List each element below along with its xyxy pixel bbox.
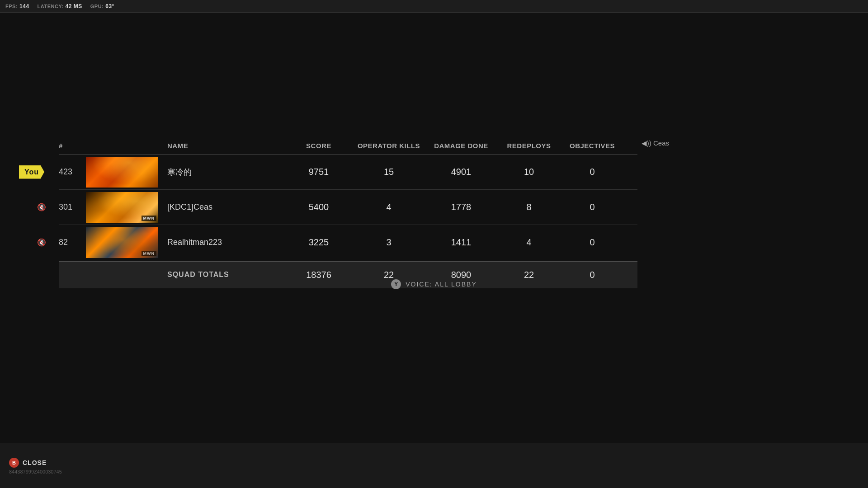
- ceas-voice-label: ◀)) Ceas: [642, 139, 669, 147]
- gpu-display: GPU: 63°: [90, 3, 114, 9]
- player-3-score: 3225: [309, 237, 329, 247]
- col-header-name: Name: [167, 142, 285, 150]
- player-2-avatar-container: MWN: [86, 192, 167, 223]
- b-button[interactable]: B: [9, 458, 19, 468]
- fps-value: 144: [19, 3, 29, 9]
- fps-label: FPS:: [5, 4, 18, 9]
- player-1-avatar-container: [86, 157, 167, 188]
- player-1-name: 寒冷的: [167, 168, 192, 177]
- player-2-score: 5400: [309, 202, 329, 212]
- table-header: # Name Score Operator Kills Damage Done …: [59, 139, 637, 155]
- player-3-kills: 3: [386, 237, 391, 247]
- gpu-value: 63°: [105, 3, 114, 9]
- player-row-3: 🔇 82 MWN Realhitman223 3225 3 1411: [59, 225, 637, 260]
- player-3-avatar-container: MWN: [86, 227, 167, 258]
- player-2-damage: 1778: [451, 202, 472, 212]
- player-1-kills: 15: [384, 167, 394, 177]
- totals-objectives: 0: [590, 270, 594, 280]
- player-3-redeploys: 4: [526, 237, 531, 247]
- player-2-redeploys: 8: [526, 202, 531, 212]
- player-2-avatar: MWN: [86, 192, 158, 223]
- session-id: 844387999Z400030745: [9, 469, 62, 474]
- voice-bar: Y VOICE: ALL LOBBY: [0, 279, 868, 289]
- col-header-rank: #: [59, 142, 86, 150]
- squad-totals-label: SQUAD TOTALS: [167, 271, 229, 278]
- player-1-avatar: [86, 157, 158, 188]
- player-3-objectives: 0: [590, 237, 594, 247]
- player-row-2: 🔇 301 MWN [KDC1]Ceas 5400 4 1778: [59, 190, 637, 225]
- totals-damage: 8090: [451, 270, 472, 280]
- y-button[interactable]: Y: [391, 279, 401, 289]
- col-header-redeploys: Redeploys: [497, 142, 561, 150]
- col-header-score: Score: [285, 142, 353, 150]
- player-1-redeploys: 10: [524, 167, 534, 177]
- player-1-rank: 423: [59, 167, 72, 176]
- speaker-icon-3: 🔇: [37, 238, 46, 247]
- fps-display: FPS: 144: [5, 3, 29, 9]
- close-bar: B CLOSE: [9, 458, 47, 468]
- col-header-damage: Damage Done: [425, 142, 497, 150]
- player-2-rank: 301: [59, 202, 72, 211]
- totals-kills: 22: [384, 270, 394, 280]
- player-row-1: You 423 寒冷的 9751 15 4901 10 0: [59, 155, 637, 190]
- you-badge: You: [19, 165, 44, 179]
- player-3-rank: 82: [59, 238, 68, 247]
- player-1-damage: 4901: [451, 167, 472, 177]
- voice-text: VOICE: ALL LOBBY: [406, 281, 477, 288]
- player-2-objectives: 0: [590, 202, 594, 212]
- close-label: CLOSE: [23, 459, 47, 466]
- header-zone: [0, 13, 868, 44]
- main-content: # Name Score Operator Kills Damage Done …: [0, 44, 868, 443]
- player-3-avatar: MWN: [86, 227, 158, 258]
- totals-redeploys: 22: [524, 270, 534, 280]
- totals-score: 18376: [306, 270, 331, 280]
- player-3-name: Realhitman223: [167, 238, 222, 247]
- mwn-badge-3: MWN: [142, 251, 157, 256]
- player-3-damage: 1411: [451, 237, 472, 247]
- ceas-voice-text: ◀)) Ceas: [642, 139, 669, 147]
- player-1-score: 9751: [309, 167, 329, 177]
- player-2-name: [KDC1]Ceas: [167, 202, 212, 211]
- scoreboard: # Name Score Operator Kills Damage Done …: [59, 139, 637, 288]
- player-1-objectives: 0: [590, 167, 594, 177]
- speaker-icon-2: 🔇: [37, 203, 46, 211]
- latency-display: LATENCY: 42 MS: [38, 3, 82, 9]
- latency-label: LATENCY:: [38, 4, 64, 9]
- latency-value: 42 MS: [66, 3, 82, 9]
- col-header-objectives: Objectives: [561, 142, 624, 150]
- mwn-badge-2: MWN: [142, 216, 157, 221]
- hud-bar: FPS: 144 LATENCY: 42 MS GPU: 63°: [0, 0, 868, 13]
- col-header-kills: Operator Kills: [353, 142, 425, 150]
- gpu-label: GPU:: [90, 4, 104, 9]
- player-2-kills: 4: [386, 202, 391, 212]
